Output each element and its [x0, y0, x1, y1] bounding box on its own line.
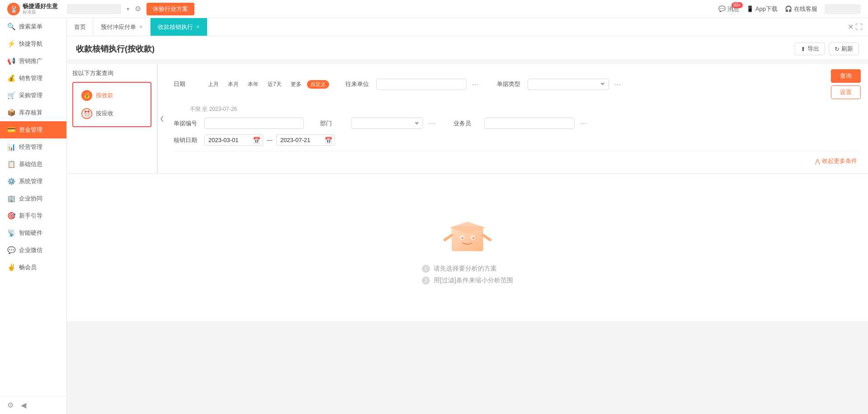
tab-prepay[interactable]: 预付冲应付单 ✕ — [94, 18, 151, 36]
sidebar-settings-icon[interactable]: ⚙ — [7, 401, 14, 409]
collapse-more-btn[interactable]: ⋀ 收起更多条件 — [811, 155, 861, 167]
date-btn-more[interactable]: 更多 — [287, 80, 305, 89]
sales-icon: 💰 — [7, 74, 15, 82]
filter-option-receipt[interactable]: 💰 按收款 — [77, 86, 147, 105]
sidebar-label-finance: 资金管理 — [19, 126, 42, 134]
filter-row-3: 核销日期 📅 — 📅 — [174, 134, 861, 146]
counterparty-dots[interactable]: ··· — [470, 80, 481, 89]
sidebar-item-sales[interactable]: 💰 销售管理 — [0, 70, 66, 87]
sidebar-label-nav: 快捷导航 — [19, 40, 42, 48]
sidebar-item-purchase[interactable]: 🛒 采购管理 — [0, 87, 66, 104]
system-icon: ⚙️ — [7, 177, 15, 186]
online-service-btn[interactable]: 🎧 在线客服 — [785, 5, 817, 13]
purchase-icon: 🛒 — [7, 91, 15, 100]
operation-icon: 📊 — [7, 143, 15, 151]
sidebar-label-enterprise: 企业协同 — [19, 195, 42, 203]
page-title: 收款核销执行(按收款) — [76, 43, 155, 54]
sidebar-item-finance[interactable]: 💳 资金管理 — [0, 121, 66, 138]
edition-label: 标准版 — [23, 10, 58, 15]
verify-date-start-wrap: 📅 — [204, 134, 263, 146]
sidebar-bottom: ⚙ ◀ — [0, 396, 66, 414]
salesperson-input[interactable] — [484, 118, 575, 129]
settings-btn[interactable]: 设置 — [831, 86, 861, 99]
no-limit-text: 不限 至 2023-07-26 — [190, 105, 237, 113]
action-btns: 查询 设置 — [831, 69, 861, 99]
tip-num-2: 2 — [422, 276, 430, 285]
sidebar-item-hardware[interactable]: 📡 智能硬件 — [0, 224, 66, 242]
no-limit-area: 不限 至 2023-07-26 — [174, 105, 861, 113]
empty-tip-1-text: 请先选择要分析的方案 — [434, 265, 497, 273]
filter-group-salesperson: 业务员 ··· — [453, 118, 589, 129]
user-name[interactable] — [825, 4, 861, 14]
tab-prepay-close[interactable]: ✕ — [139, 24, 143, 30]
sidebar-item-guide[interactable]: 🎯 新手引导 — [0, 207, 66, 224]
date-btn-custom[interactable]: 自定义 — [307, 80, 329, 89]
refresh-btn[interactable]: ↻ 刷新 — [829, 43, 859, 55]
filter-form-inner: 日期 上月 本月 本年 近7天 更多 自定义 — [166, 64, 868, 172]
sidebar-item-inventory[interactable]: 📦 库存核算 — [0, 104, 66, 121]
sidebar-item-member[interactable]: ✌️ 畅会员 — [0, 259, 66, 276]
message-btn[interactable]: 💬 消息 99+ — [718, 5, 739, 13]
sidebar-label-system: 系统管理 — [19, 177, 42, 186]
tab-close-all-icon[interactable]: ✕ — [848, 23, 854, 31]
svg-line-5 — [445, 235, 452, 240]
sidebar-item-nav[interactable]: ⚡ 快捷导航 — [0, 35, 66, 52]
sidebar-item-basic[interactable]: 📋 基础信息 — [0, 156, 66, 173]
industry-btn[interactable]: 休验行业方案 — [146, 3, 194, 15]
sidebar-item-search[interactable]: 🔍 搜索菜单 — [0, 18, 66, 35]
company-name[interactable] — [67, 4, 121, 14]
receivable-option-label: 按应收 — [96, 109, 113, 118]
tab-receipt[interactable]: 收款核销执行 ✕ — [151, 18, 208, 36]
docno-input[interactable] — [204, 118, 304, 129]
date-btn-7days[interactable]: 近7天 — [264, 80, 285, 89]
date-label: 日期 — [174, 80, 201, 88]
dept-select[interactable] — [351, 118, 423, 129]
svg-point-3 — [462, 237, 463, 239]
sidebar-collapse-icon[interactable]: ◀ — [21, 401, 26, 409]
tab-prepay-label: 预付冲应付单 — [101, 23, 136, 31]
date-btn-this-year[interactable]: 本年 — [244, 80, 262, 89]
salesperson-dots[interactable]: ··· — [578, 119, 589, 128]
brand-name: 畅捷通好生意 — [23, 3, 58, 10]
settings-icon[interactable]: ⚙ — [135, 5, 141, 13]
filter-form: 日期 上月 本月 本年 近7天 更多 自定义 — [166, 64, 868, 172]
query-btn[interactable]: 查询 — [831, 69, 861, 83]
sidebar-item-operation[interactable]: 📊 经营管理 — [0, 138, 66, 156]
app-download-btn[interactable]: 📱 App下载 — [746, 5, 778, 13]
download-icon: 📱 — [746, 5, 754, 12]
dropdown-arrow[interactable]: ▾ — [127, 6, 129, 12]
tab-receipt-label: 收款核销执行 — [158, 23, 193, 31]
marketing-icon: 📢 — [7, 57, 15, 65]
filter-collapse[interactable]: ❮ — [157, 64, 166, 172]
sidebar: 🔍 搜索菜单 ⚡ 快捷导航 📢 营销推广 💰 销售管理 🛒 采购管理 📦 库存核… — [0, 18, 67, 414]
doctype-label: 单据类型 — [497, 80, 524, 88]
sidebar-item-enterprise[interactable]: 🏢 企业协同 — [0, 190, 66, 207]
cal-start-icon[interactable]: 📅 — [253, 137, 260, 144]
sidebar-item-marketing[interactable]: 📢 营销推广 — [0, 52, 66, 70]
counterparty-input[interactable] — [376, 79, 467, 90]
receipt-option-label: 按收款 — [96, 91, 113, 100]
cal-end-icon[interactable]: 📅 — [325, 137, 332, 144]
filter-option-receivable[interactable]: ⏰ 按应收 — [77, 105, 147, 123]
sidebar-label-guide: 新手引导 — [19, 212, 42, 220]
date-btn-last-month[interactable]: 上月 — [204, 80, 222, 89]
sidebar-item-system[interactable]: ⚙️ 系统管理 — [0, 173, 66, 190]
tab-home[interactable]: 首页 — [67, 18, 94, 36]
empty-tip-2-text: 用[过滤]条件来缩小分析范围 — [434, 276, 513, 285]
export-btn[interactable]: ⬆ 导出 — [795, 43, 825, 55]
sidebar-label-inventory: 库存核算 — [19, 109, 42, 117]
date-btn-this-month[interactable]: 本月 — [224, 80, 242, 89]
main-layout: 🔍 搜索菜单 ⚡ 快捷导航 📢 营销推广 💰 销售管理 🛒 采购管理 📦 库存核… — [0, 18, 868, 414]
empty-tip-2: 2 用[过滤]条件来缩小分析范围 — [422, 276, 513, 285]
doctype-dots[interactable]: ··· — [613, 80, 623, 89]
tab-receipt-close[interactable]: ✕ — [196, 24, 200, 30]
filter-group-doctype: 单据类型 ··· — [497, 79, 623, 90]
sidebar-item-wechat[interactable]: 💬 企业微信 — [0, 242, 66, 259]
docno-label: 单据编号 — [174, 119, 201, 128]
tab-fullscreen-icon[interactable]: ⛶ — [855, 23, 863, 31]
empty-state: 1 请先选择要分析的方案 2 用[过滤]条件来缩小分析范围 — [67, 174, 868, 321]
dept-dots[interactable]: ··· — [427, 119, 437, 128]
doctype-select[interactable] — [528, 79, 609, 90]
app-download-label: App下载 — [755, 5, 778, 13]
filter-area: 按以下方案查询 💰 按收款 ⏰ 按应收 ❮ — [67, 64, 868, 172]
